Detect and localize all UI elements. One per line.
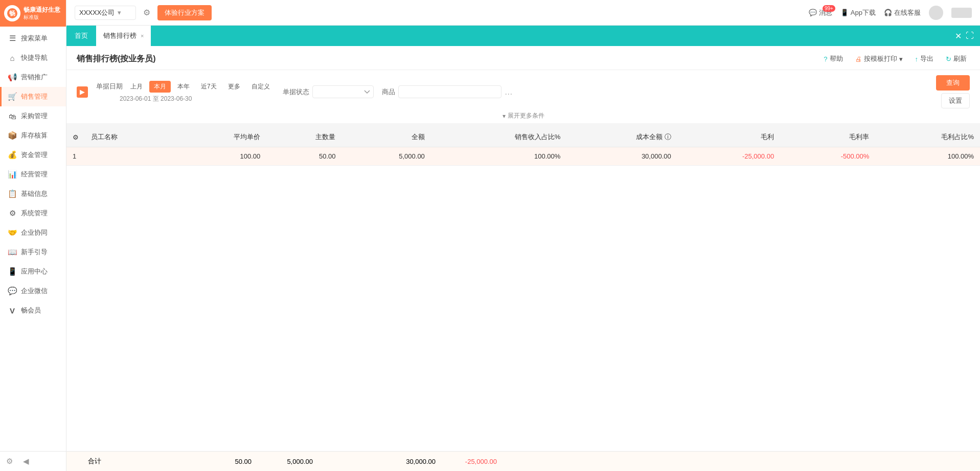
date-tab-custom[interactable]: 自定义 [247, 81, 275, 93]
sidebar-item-label: 快捷导航 [21, 53, 48, 62]
status-select[interactable] [312, 85, 374, 98]
date-tab-7days[interactable]: 近7天 [196, 81, 221, 93]
filter-section: ▶ 单据日期 上月 本月 本年 近7天 更多 自定义 [66, 70, 980, 123]
sidebar-item-label: 畅会员 [21, 306, 41, 315]
sidebar-item-wechat[interactable]: 💬 企业微信 [0, 281, 66, 301]
sidebar-nav: ☰ 搜索菜单 ⌂ 快捷导航 📢 营销推广 🛒 销售管理 🛍 采购管理 📦 库存核… [0, 27, 66, 451]
th-amount: 全额 [341, 127, 430, 147]
user-name[interactable] [951, 8, 972, 18]
company-selector[interactable]: XXXXX公司 ▾ [75, 6, 136, 20]
sidebar-item-apps[interactable]: 📱 应用中心 [0, 262, 66, 281]
logo-text: 畅康通好生意 标准版 [24, 6, 60, 21]
tab-controls: ✕ ⛶ [949, 31, 980, 41]
page-title: 销售排行榜(按业务员) [77, 54, 156, 64]
date-filter-group: 单据日期 上月 本月 本年 近7天 更多 自定义 2023-06-01 至 20… [96, 81, 275, 103]
sidebar-item-quicknav[interactable]: ⌂ 快捷导航 [0, 48, 66, 68]
expand-more-button[interactable]: ▾ 展开更多条件 [503, 111, 544, 120]
app-download-item[interactable]: 📱 App下载 [840, 8, 876, 17]
export-icon: ↑ [915, 55, 919, 63]
tab-sales-ranking[interactable]: 销售排行榜 × [96, 26, 151, 46]
refresh-button[interactable]: ↻ 刷新 [943, 52, 970, 65]
data-table: ⚙ 员工名称 平均单价 主数量 全额 销售收入占比% 成本全额 ⓘ 毛利 毛利率… [66, 127, 980, 166]
app-download-label: App下载 [851, 8, 876, 17]
tab-home[interactable]: 首页 [66, 26, 96, 46]
table-head: ⚙ 员工名称 平均单价 主数量 全额 销售收入占比% 成本全额 ⓘ 毛利 毛利率… [66, 127, 980, 147]
goods-filter-label: 商品 [382, 87, 395, 97]
sales-icon: 🛒 [8, 92, 17, 101]
inventory-icon: 📦 [8, 131, 17, 140]
sidebar-item-collab[interactable]: 🤝 企业协同 [0, 223, 66, 242]
filter-row: ▶ 单据日期 上月 本月 本年 近7天 更多 自定义 [77, 75, 970, 108]
message-badge: 99+ [823, 5, 835, 12]
settings-bottom-icon[interactable]: ⚙ [6, 457, 13, 466]
filter-collapse-icon: ▶ [80, 88, 85, 96]
goods-filter-group: 商品 … [382, 85, 513, 98]
date-tab-last-month[interactable]: 上月 [126, 81, 147, 93]
sidebar-item-inventory[interactable]: 📦 库存核算 [0, 126, 66, 145]
footer-qty: 50.00 [200, 458, 252, 465]
sidebar-item-basic-info[interactable]: 📋 基础信息 [0, 184, 66, 204]
date-tab-this-year[interactable]: 本年 [173, 81, 194, 93]
main-content: XXXXX公司 ▾ ⚙ 体验行业方案 💬 消息 99+ 📱 App下载 🎧 在线… [66, 0, 980, 471]
trial-button[interactable]: 体验行业方案 [157, 5, 212, 20]
footer-cost: 30,000.00 [374, 458, 436, 465]
sidebar-item-operations[interactable]: 📊 经营管理 [0, 165, 66, 184]
expand-more-container: ▾ 展开更多条件 [77, 108, 970, 123]
purchase-icon: 🛍 [8, 112, 17, 121]
tab-close-icon[interactable]: × [141, 33, 144, 39]
sidebar-item-purchase[interactable]: 🛍 采购管理 [0, 106, 66, 126]
query-button[interactable]: 查询 [936, 75, 970, 91]
online-service-item[interactable]: 🎧 在线客服 [884, 8, 921, 17]
tab-home-label: 首页 [75, 31, 88, 40]
marketing-icon: 📢 [8, 73, 17, 82]
operations-icon: 📊 [8, 170, 17, 179]
message-icon: 💬 [809, 9, 817, 16]
sidebar-item-search[interactable]: ☰ 搜索菜单 [0, 29, 66, 48]
help-button[interactable]: ? 帮助 [821, 52, 846, 65]
footer-label: 合计 [88, 457, 149, 466]
collapse-icon[interactable]: ◀ [23, 457, 29, 466]
td-revenue-pct: 100.00% [431, 147, 566, 166]
sidebar-item-label: 应用中心 [21, 267, 48, 276]
sidebar-item-label: 系统管理 [21, 209, 48, 218]
settings-button[interactable]: 设置 [941, 93, 970, 108]
table-body: 1 100.00 50.00 5,000.00 [66, 147, 980, 166]
export-label: 导出 [920, 54, 933, 63]
apps-icon: 📱 [8, 267, 17, 276]
tab-label: 销售排行榜 [103, 31, 136, 40]
tab-close-window-icon[interactable]: ✕ [955, 31, 962, 41]
date-tab-this-month[interactable]: 本月 [149, 81, 171, 93]
collab-icon: 🤝 [8, 228, 17, 237]
tab-maximize-icon[interactable]: ⛶ [966, 31, 974, 40]
print-button[interactable]: 🖨 按模板打印 ▾ [852, 52, 906, 65]
filter-collapse-btn[interactable]: ▶ [77, 86, 88, 98]
status-filter-group: 单据状态 [283, 85, 374, 98]
sidebar-item-sales[interactable]: 🛒 销售管理 [0, 87, 66, 106]
th-settings[interactable]: ⚙ [66, 127, 85, 147]
th-name: 员工名称 [85, 127, 176, 147]
gear-button[interactable]: ⚙ [141, 6, 152, 19]
export-button[interactable]: ↑ 导出 [912, 52, 937, 65]
goods-more-icon[interactable]: … [505, 87, 513, 97]
sidebar-item-marketing[interactable]: 📢 营销推广 [0, 68, 66, 87]
goods-input[interactable] [398, 85, 502, 98]
finance-icon: 💰 [8, 150, 17, 160]
sidebar-item-guide[interactable]: 📖 新手引导 [0, 242, 66, 262]
basic-info-icon: 📋 [8, 189, 17, 198]
message-item[interactable]: 💬 消息 99+ [809, 8, 832, 17]
sidebar-item-system[interactable]: ⚙ 系统管理 [0, 204, 66, 223]
refresh-label: 刷新 [953, 54, 967, 63]
date-filter-label: 单据日期 [96, 82, 123, 91]
sidebar-item-member[interactable]: V 畅会员 [0, 301, 66, 320]
print-chevron-icon: ▾ [899, 55, 903, 63]
avatar[interactable] [929, 6, 943, 20]
system-icon: ⚙ [8, 209, 17, 218]
th-revenue-pct: 销售收入占比% [431, 127, 566, 147]
table-header-row: ⚙ 员工名称 平均单价 主数量 全额 销售收入占比% 成本全额 ⓘ 毛利 毛利率… [66, 127, 980, 147]
online-service-label: 在线客服 [894, 8, 921, 17]
brand-icon: 畅 [7, 8, 18, 19]
th-profit-pct: 毛利占比% [875, 127, 980, 147]
date-tab-more[interactable]: 更多 [223, 81, 245, 93]
sidebar-item-finance[interactable]: 💰 资金管理 [0, 145, 66, 165]
footer-amount: 5,000.00 [252, 458, 313, 465]
